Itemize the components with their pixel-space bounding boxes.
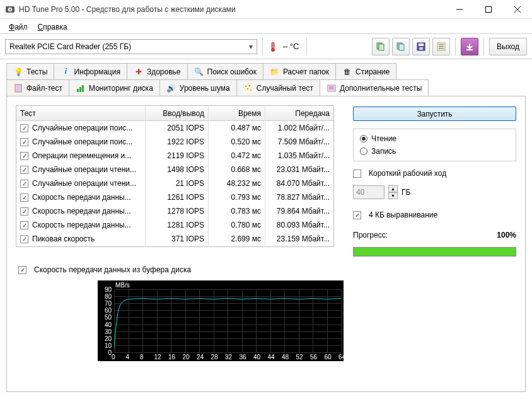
tab-error-scan[interactable]: 🔍Поиск ошибок — [187, 63, 263, 79]
health-icon: ✚ — [134, 67, 144, 77]
size-value[interactable]: 40 — [353, 185, 385, 199]
radio-icon — [360, 147, 367, 155]
settings-button[interactable] — [432, 38, 450, 55]
tab-tests[interactable]: 💡Тесты — [6, 63, 54, 79]
x-tick-label: 60 — [325, 354, 332, 361]
test-name: Случайные операции чтени... — [32, 165, 136, 174]
buffer-checkbox[interactable]: Скорость передачи данных из буфера диска — [18, 265, 516, 274]
tab-health[interactable]: ✚Здоровье — [127, 63, 188, 79]
file-test-icon — [13, 83, 23, 93]
table-row[interactable]: Операции перемещения и...2119 IOPS0.472 … — [16, 149, 333, 163]
table-row[interactable]: Скорость передачи данны...1278 IOPS0.783… — [16, 204, 333, 218]
svg-rect-10 — [379, 44, 384, 50]
align-checkbox[interactable]: 4 КБ выравнивание — [353, 211, 516, 219]
table-row[interactable]: Случайные операции чтени...21 IOPS48.232… — [16, 176, 333, 190]
y-tick-label: 40 — [105, 321, 112, 328]
cell-tx: 7.509 Мбайт/... — [265, 135, 333, 149]
tab-disk-monitor[interactable]: Мониторинг диска — [69, 79, 160, 96]
close-button[interactable] — [503, 0, 532, 19]
table-row[interactable]: Пиковая скорость371 IOPS2.699 мс23.159 М… — [16, 232, 333, 246]
app-icon — [5, 4, 15, 14]
cell-io: 1498 IOPS — [146, 163, 209, 176]
burst-chart: MB/s 0102030405060708090 048121620242832… — [98, 280, 344, 361]
tab-random-access[interactable]: Случайный тест — [236, 79, 320, 96]
maximize-button[interactable] — [474, 0, 503, 19]
tab-extra-tests[interactable]: Дополнительные тесты — [320, 79, 429, 96]
svg-rect-12 — [399, 44, 404, 50]
table-row[interactable]: Случайные операции поис...1922 IOPS0.520… — [16, 135, 333, 149]
table-row[interactable]: Случайные операции чтени...1498 IOPS0.66… — [16, 163, 333, 176]
th-io[interactable]: Ввод/вывод — [146, 106, 209, 120]
exit-button[interactable]: Выход — [489, 38, 527, 55]
th-time[interactable]: Время — [209, 106, 265, 120]
tab-erase[interactable]: 🗑Стирание — [335, 63, 396, 79]
table-row[interactable]: Скорость передачи данны...1281 IOPS0.780… — [16, 218, 333, 232]
download-button[interactable] — [461, 38, 478, 55]
x-tick-label: 52 — [296, 354, 303, 361]
cell-io: 1281 IOPS — [146, 218, 209, 232]
results-table: Тест Ввод/вывод Время Передача Случайные… — [16, 105, 334, 247]
cell-time: 0.487 мс — [209, 121, 265, 135]
checkbox-icon[interactable] — [20, 124, 28, 132]
radio-write[interactable]: Запись — [360, 147, 509, 156]
th-tx[interactable]: Передача — [265, 106, 333, 120]
cell-io: 2051 IOPS — [146, 121, 209, 135]
test-name: Случайные операции чтени... — [32, 179, 136, 188]
screenshot-button[interactable] — [392, 38, 410, 55]
save-button[interactable] — [412, 38, 430, 55]
cell-io: 1261 IOPS — [146, 190, 209, 204]
checkbox-icon[interactable] — [20, 193, 28, 202]
checkbox-icon — [353, 170, 361, 178]
checkbox-icon[interactable] — [20, 166, 28, 174]
cell-time: 0.783 мс — [209, 204, 265, 218]
tab-file-benchmark[interactable]: Файл-тест — [6, 79, 69, 96]
checkbox-icon[interactable] — [20, 235, 28, 243]
tab-folder-usage[interactable]: 📁Расчет папок — [263, 63, 336, 79]
chevron-down-icon: ▾ — [249, 42, 253, 51]
progress-value: 100% — [497, 231, 516, 240]
checkbox-icon[interactable] — [20, 138, 28, 146]
spin-up-button[interactable]: ▲ — [388, 185, 398, 192]
x-tick-label: 4 — [126, 354, 130, 361]
run-button[interactable]: Запустить — [353, 107, 516, 121]
cell-time: 48.232 мс — [209, 176, 265, 190]
table-row[interactable]: Скорость передачи данны...1261 IOPS0.793… — [16, 190, 333, 204]
checkbox-icon[interactable] — [20, 152, 28, 160]
copy-info-button[interactable] — [372, 38, 390, 55]
test-name: Случайные операции поис... — [32, 124, 132, 132]
th-test[interactable]: Тест — [16, 106, 146, 120]
y-tick-label: 10 — [105, 342, 112, 349]
svg-rect-20 — [15, 84, 21, 92]
svg-rect-14 — [419, 43, 424, 46]
y-tick-label: 60 — [105, 307, 112, 314]
checkbox-icon[interactable] — [20, 207, 28, 216]
menu-help[interactable]: Справка — [33, 21, 72, 33]
y-tick-label: 70 — [105, 300, 112, 307]
y-tick-label: 90 — [105, 286, 112, 293]
random-icon — [243, 83, 253, 93]
table-row[interactable]: Случайные операции поис...2051 IOPS0.487… — [16, 121, 333, 135]
short-stroke-checkbox[interactable]: Короткий рабочий ход — [353, 169, 516, 178]
x-tick-label: 40 — [253, 354, 260, 361]
checkbox-icon[interactable] — [20, 180, 28, 188]
spin-down-button[interactable]: ▼ — [388, 192, 398, 199]
x-tick-label: 64MB — [338, 354, 355, 361]
mode-group: Чтение Запись — [353, 129, 516, 161]
drive-select[interactable]: Realtek PCIE Card Reader (255 ГБ) ▾ — [5, 39, 257, 54]
svg-point-26 — [249, 85, 250, 86]
tab-content: Тест Ввод/вывод Время Передача Случайные… — [6, 96, 526, 392]
minimize-button[interactable] — [445, 0, 474, 19]
checkbox-icon[interactable] — [20, 221, 28, 229]
menu-file[interactable]: Файл — [4, 21, 33, 33]
search-icon: 🔍 — [194, 67, 204, 77]
x-tick-label: 28 — [211, 354, 218, 361]
tab-info[interactable]: iИнформация — [54, 63, 127, 79]
menubar: Файл Справка — [0, 19, 532, 34]
radio-read[interactable]: Чтение — [360, 134, 509, 143]
tab-row-2: Файл-тест Мониторинг диска 🔊Уровень шума… — [6, 79, 526, 96]
tab-aam[interactable]: 🔊Уровень шума — [159, 79, 237, 96]
svg-rect-4 — [486, 6, 492, 12]
svg-point-27 — [247, 88, 248, 89]
separator — [483, 38, 484, 55]
x-tick-label: 20 — [183, 354, 190, 361]
